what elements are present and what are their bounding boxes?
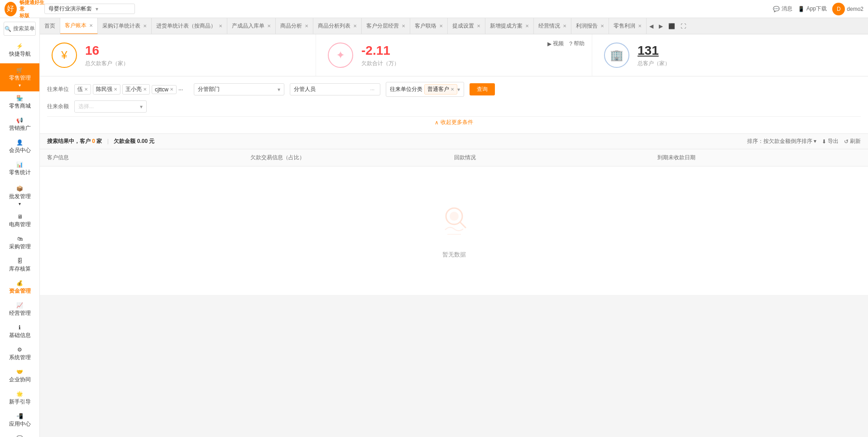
tab-product-analysis[interactable]: 商品分析 ✕ <box>276 18 313 34</box>
tab-incoming-stats-close[interactable]: ✕ <box>219 24 222 28</box>
tab-customer-segment[interactable]: 客户分层经营 ✕ <box>362 18 410 34</box>
query-btn[interactable]: 查询 <box>470 83 495 95</box>
tab-product-analysis-close[interactable]: ✕ <box>305 24 308 28</box>
sidebar-item-batch-mgmt[interactable]: 📦 批发管理 ▾ <box>0 182 39 210</box>
tab-profit-report[interactable]: 利润报告 ✕ <box>571 18 609 34</box>
tab-product-incoming-close[interactable]: ✕ <box>267 24 271 28</box>
sidebar-item-new-guide[interactable]: 🌟 新手引导 <box>0 387 39 409</box>
finance-icon: 💰 <box>16 280 23 286</box>
sidebar-item-purchase[interactable]: 🛍 采购管理 <box>0 232 39 254</box>
tab-customer-segment-close[interactable]: ✕ <box>402 24 405 28</box>
filter-collapse-btn[interactable]: ∧ 收起更多条件 <box>47 116 861 128</box>
unit-class-label: 往来单位分类 <box>390 86 422 93</box>
stat-customers-circle: ¥ <box>52 43 77 68</box>
tab-customer-account-label: 客户账本 <box>65 22 86 29</box>
person-filter-select[interactable]: 分管人员 ··· <box>290 83 380 95</box>
search-menu-btn[interactable]: 🔍 搜索菜单 <box>4 22 36 36</box>
sidebar-item-retail-mgmt[interactable]: 🛒 零售管理 ▾ <box>0 63 39 91</box>
tab-promotion-settings-close[interactable]: ✕ <box>477 24 480 28</box>
video-link[interactable]: ▶ 视频 <box>547 40 564 48</box>
filter-tags-more[interactable]: ··· <box>178 86 183 93</box>
tab-promotion-settings[interactable]: 提成设置 ✕ <box>448 18 485 34</box>
empty-state: 暂无数据 <box>40 166 868 295</box>
top-bar: 好 畅捷通好生意 标版 母婴行业演示帐套 ▾ 💬 消息 📱 App下载 D de… <box>0 0 868 18</box>
tab-product-analysis-list-close[interactable]: ✕ <box>353 24 357 28</box>
tab-customer-account-close[interactable]: ✕ <box>89 23 93 28</box>
tab-incoming-stats[interactable]: 进货单统计表（按商品） ✕ <box>152 18 227 34</box>
quick-nav-icon: ⚡ <box>16 43 23 49</box>
purchase-icon: 🛍 <box>17 236 23 242</box>
tab-customer-contact[interactable]: 客户联络 ✕ <box>410 18 448 34</box>
sidebar-item-operations[interactable]: 📈 经营管理 <box>0 299 39 321</box>
col-arrears-info: 欠款交易信息（占比） <box>250 154 454 162</box>
tab-new-promotion-close[interactable]: ✕ <box>525 24 529 28</box>
tab-customer-contact-close[interactable]: ✕ <box>439 24 443 28</box>
dept-dropdown-arrow: ▾ <box>278 86 280 93</box>
tab-retail-profit-close[interactable]: ✕ <box>638 24 642 28</box>
tag-wang-remove[interactable]: ✕ <box>143 87 147 92</box>
tab-new-promotion[interactable]: 新增提成方案 ✕ <box>485 18 534 34</box>
tab-customer-contact-label: 客户联络 <box>415 22 436 30</box>
tab-menu-btn[interactable]: ⬛ <box>666 18 678 34</box>
operations-icon: 📈 <box>16 302 23 309</box>
balance-dropdown-arrow: ▾ <box>140 104 143 110</box>
sidebar-item-basic-info[interactable]: ℹ 基础信息 <box>0 321 39 343</box>
sidebar-item-enterprise-coop[interactable]: 🤝 企业协同 <box>0 365 39 387</box>
tab-product-incoming-label: 产成品入库单 <box>232 22 264 30</box>
tab-fullscreen-btn[interactable]: ⛶ <box>678 18 689 34</box>
person-filter-more: ··· <box>370 87 374 92</box>
sidebar-item-quick-nav[interactable]: ⚡ 快捷导航 <box>0 39 39 62</box>
sidebar-item-app-center[interactable]: 📲 应用中心 <box>0 409 39 432</box>
app-download-btn[interactable]: 📱 App下载 <box>798 5 827 13</box>
filter-collapse-label: 收起更多条件 <box>441 119 473 126</box>
tab-purchase-order-stats[interactable]: 采购订单统计表 ✕ <box>98 18 152 34</box>
tab-purchase-order-stats-close[interactable]: ✕ <box>143 24 147 28</box>
member-center-icon: 👤 <box>16 139 23 146</box>
sidebar-item-enterprise-wechat[interactable]: 💬 企业微信 <box>0 432 39 437</box>
enterprise-coop-label: 企业协同 <box>9 376 31 384</box>
export-btn[interactable]: ⬇ 导出 <box>822 138 839 145</box>
user-area[interactable]: D demo2 <box>832 3 863 15</box>
tag-chen-remove[interactable]: ✕ <box>114 87 117 92</box>
dept-filter-select[interactable]: 分管部门 ▾ <box>194 83 284 95</box>
tab-home[interactable]: 首页 <box>40 18 60 34</box>
stat-arrears-circle: ✦ <box>328 43 353 68</box>
sidebar-item-retail-mall[interactable]: 🏪 零售商城 <box>0 91 39 114</box>
tab-operations-status[interactable]: 经营情况 ✕ <box>534 18 571 34</box>
tab-product-incoming[interactable]: 产成品入库单 ✕ <box>227 18 276 34</box>
company-select[interactable]: 母婴行业演示帐套 ▾ <box>44 4 135 14</box>
sidebar-item-finance[interactable]: 💰 资金管理 <box>0 276 39 299</box>
tag-cjttcw-remove[interactable]: ✕ <box>170 87 173 92</box>
message-btn[interactable]: 💬 消息 <box>773 5 792 13</box>
results-customer-count: 0 <box>92 138 95 144</box>
tab-profit-report-label: 利润报告 <box>576 22 598 30</box>
sidebar-item-ecommerce[interactable]: 🖥 电商管理 <box>0 210 39 232</box>
refresh-btn[interactable]: ↺ 刷新 <box>844 138 861 145</box>
tag-normal-customer-remove[interactable]: ✕ <box>451 87 454 92</box>
tab-next-btn[interactable]: ▶ <box>656 18 666 34</box>
sidebar-item-marketing[interactable]: 📢 营销推广 <box>0 114 39 136</box>
help-link[interactable]: ? 帮助 <box>569 40 585 48</box>
table-header: 客户信息 欠款交易信息（占比） 回款情况 到期未收款日期 <box>40 149 868 166</box>
sidebar-item-inventory[interactable]: 🗄 库存核算 <box>0 254 39 276</box>
tab-product-analysis-list-label: 商品分析列表 <box>318 22 350 30</box>
avatar: D <box>832 3 845 15</box>
tab-retail-profit[interactable]: 零售利润 ✕ <box>609 18 647 34</box>
tab-product-analysis-list[interactable]: 商品分析列表 ✕ <box>313 18 362 34</box>
balance-placeholder: 选择... <box>78 103 94 110</box>
tab-operations-status-close[interactable]: ✕ <box>563 24 566 28</box>
unit-class-filter[interactable]: 往来单位分类 普通客户 ✕ ▾ <box>386 82 464 97</box>
tab-profit-report-close[interactable]: ✕ <box>600 24 604 28</box>
results-arrears-unit: 元 <box>149 138 154 144</box>
sort-label-text: 排序：按欠款金额倒序排序 <box>747 138 812 144</box>
sidebar-item-retail-stats[interactable]: 📊 零售统计 <box>0 158 39 180</box>
new-guide-label: 新手引导 <box>9 398 31 406</box>
sidebar-item-system[interactable]: ⚙ 系统管理 <box>0 343 39 365</box>
tag-wu-remove[interactable]: ✕ <box>84 87 88 92</box>
tab-customer-account[interactable]: 客户账本 ✕ <box>60 18 98 34</box>
unit-filter-label: 往来单位 <box>47 86 69 93</box>
tab-prev-btn[interactable]: ◀ <box>647 18 656 34</box>
purchase-label: 采购管理 <box>9 243 31 251</box>
balance-filter-select[interactable]: 选择... ▾ <box>74 100 147 113</box>
sidebar-item-member-center[interactable]: 👤 会员中心 <box>0 136 39 158</box>
